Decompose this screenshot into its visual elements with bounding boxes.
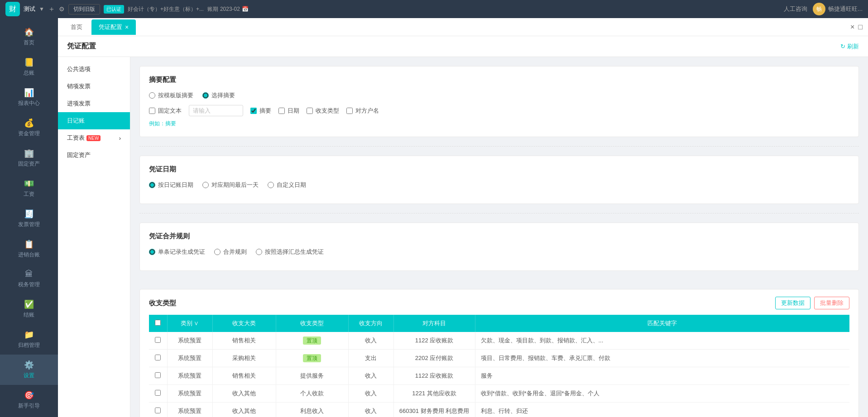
tab-maximize-button[interactable]: □ xyxy=(858,23,863,31)
merge-radio-merge[interactable]: 合并规则 xyxy=(214,248,247,256)
counterparty-checkbox-input[interactable] xyxy=(346,108,353,114)
sidebar-item-home[interactable]: 🏠 首页 xyxy=(0,22,58,52)
tab-close-icon[interactable]: × xyxy=(125,24,129,31)
topbar-add-btn[interactable]: ＋ xyxy=(48,5,55,14)
topbar-dropdown[interactable]: ▼ xyxy=(39,6,44,12)
radio-journal-date-label: 按日记账日期 xyxy=(158,181,193,189)
refresh-button[interactable]: ↻ 刷新 xyxy=(840,43,859,51)
type-checkbox[interactable]: 收支类型 xyxy=(307,107,339,115)
type-checkbox-input[interactable] xyxy=(307,108,313,114)
archive-icon: 📁 xyxy=(24,330,34,340)
switch-version-button[interactable]: 切到旧版 xyxy=(68,4,100,14)
date-checkbox[interactable]: 日期 xyxy=(278,107,299,115)
counterparty-label: 对方户名 xyxy=(355,107,379,115)
date-section: 凭证日期 按日记账日期 对应期间最后一天 自定义日期 xyxy=(139,156,859,204)
left-nav-purchase-invoice[interactable]: 进项发票 xyxy=(58,95,130,112)
summary-radio-template[interactable]: 按模板版摘要 xyxy=(149,91,193,100)
merge-radio-single[interactable]: 单条记录生成凭证 xyxy=(149,248,205,256)
summary-label: 摘要 xyxy=(259,107,271,115)
tab-close-button[interactable]: × xyxy=(850,23,854,31)
ledger-icon: 📒 xyxy=(24,57,34,67)
radio-period-last-label: 对应期间最后一天 xyxy=(211,181,259,189)
tab-current-label: 凭证配置 xyxy=(99,23,122,31)
counterparty-checkbox[interactable]: 对方户名 xyxy=(346,107,379,115)
consult-link[interactable]: 人工咨询 xyxy=(784,5,807,13)
sidebar-item-purchase[interactable]: 📋 进销台账 xyxy=(0,234,58,264)
radio-journal-date-input[interactable] xyxy=(149,182,155,188)
radio-merge-input[interactable] xyxy=(214,249,221,255)
fixed-text-input[interactable] xyxy=(189,105,243,116)
left-nav-sales-invoice[interactable]: 销项发票 xyxy=(58,78,130,95)
sidebar-item-reports[interactable]: 📊 报表中心 xyxy=(0,82,58,113)
type-badge-0[interactable]: 置顶 xyxy=(303,336,321,345)
tab-voucher-config[interactable]: 凭证配置 × xyxy=(91,19,136,35)
fixed-text-checkbox[interactable]: 固定文本 xyxy=(149,107,182,115)
row-direction-2: 收入 xyxy=(348,367,393,385)
sidebar-item-label: 归档管理 xyxy=(18,341,40,349)
update-data-button[interactable]: 更新数据 xyxy=(775,297,810,309)
row-keyword-0: 欠款、现金、项目款、到款、报销款、汇入、... xyxy=(475,332,849,350)
summary-checkbox[interactable]: 摘要 xyxy=(250,107,271,115)
batch-delete-button[interactable]: 批量删除 xyxy=(814,297,849,309)
table-row: 系统预置 销售相关 提供服务 收入 1122 应收账款 服务 xyxy=(149,367,849,385)
sidebar-item-tax[interactable]: 🏛 税务管理 xyxy=(0,264,58,294)
date-radio-period-last[interactable]: 对应期间最后一天 xyxy=(202,181,259,189)
row-keyword-4: 利息、行转、归还 xyxy=(475,403,849,417)
table-header-row: 收支类型 更新数据 批量删除 xyxy=(149,297,849,309)
summary-radio-select[interactable]: 选择摘要 xyxy=(202,91,235,100)
summary-section: 摘要配置 按模板版摘要 选择摘要 xyxy=(139,66,859,137)
table-row: 系统预置 收入其他 利息收入 收入 660301 财务费用 利息费用 利息、行转… xyxy=(149,403,849,417)
radio-select-input[interactable] xyxy=(202,92,209,99)
sidebar-item-member[interactable]: 👑 畅会员 xyxy=(0,415,58,417)
type-badge-1[interactable]: 置顶 xyxy=(303,354,321,362)
tab-home[interactable]: 首页 xyxy=(63,19,90,35)
sidebar-item-label: 进销台账 xyxy=(18,251,40,259)
fixed-text-label: 固定文本 xyxy=(158,107,182,115)
sidebar-item-settle[interactable]: ✅ 结账 xyxy=(0,294,58,324)
radio-period-last-input[interactable] xyxy=(202,182,209,188)
sidebar-item-invoice[interactable]: 🧾 发票管理 xyxy=(0,204,58,234)
sidebar-item-guide[interactable]: 🎯 新手引导 xyxy=(0,385,58,415)
summary-checkbox-row: 固定文本 摘要 日期 收支类型 xyxy=(149,105,849,116)
user-info: 畅 畅捷通旺旺... xyxy=(813,3,863,15)
row-type-3: 个人收款 xyxy=(276,385,348,403)
row-direction-3: 收入 xyxy=(348,385,393,403)
income-expense-section: 收支类型 更新数据 批量删除 类别 ∨ xyxy=(139,289,859,417)
date-section-title: 凭证日期 xyxy=(149,165,849,174)
topbar-gear-icon[interactable]: ⚙ xyxy=(59,5,65,13)
left-nav-payroll[interactable]: 工资表 NEW › xyxy=(58,129,130,147)
row-checkbox-2[interactable] xyxy=(155,372,161,378)
row-checkbox-1[interactable] xyxy=(155,355,161,360)
date-radio-group: 按日记账日期 对应期间最后一天 自定义日期 xyxy=(149,181,849,189)
purchase-icon: 📋 xyxy=(24,239,34,249)
sidebar-item-ledger[interactable]: 📒 总账 xyxy=(0,52,58,82)
salary-icon: 💵 xyxy=(24,179,34,189)
row-keyword-3: 收到*借款、收到*备用金、退回*备用金、个人 xyxy=(475,385,849,403)
date-radio-custom[interactable]: 自定义日期 xyxy=(268,181,306,189)
sidebar-item-salary[interactable]: 💵 工资 xyxy=(0,173,58,204)
summary-checkbox-input[interactable] xyxy=(250,108,257,114)
sidebar-item-funds[interactable]: 💰 资金管理 xyxy=(0,113,58,143)
row-checkbox-0[interactable] xyxy=(155,337,161,343)
guide-icon: 🎯 xyxy=(24,390,34,400)
sidebar-item-settings[interactable]: ⚙️ 设置 xyxy=(0,355,58,385)
row-checkbox-4[interactable] xyxy=(155,408,161,413)
radio-single-input[interactable] xyxy=(149,249,155,255)
select-all-checkbox[interactable] xyxy=(155,320,161,326)
radio-total-input[interactable] xyxy=(256,249,262,255)
row-checkbox-3[interactable] xyxy=(155,390,161,396)
row-checkbox-cell xyxy=(149,350,167,367)
left-nav-fixed-assets[interactable]: 固定资产 xyxy=(58,147,130,164)
radio-template-input[interactable] xyxy=(149,92,155,99)
date-radio-journal[interactable]: 按日记账日期 xyxy=(149,181,193,189)
left-nav-journal[interactable]: 日记账 xyxy=(58,112,130,129)
table-actions: 更新数据 批量删除 xyxy=(775,297,849,309)
sidebar-item-assets[interactable]: 🏢 固定资产 xyxy=(0,143,58,173)
fixed-text-checkbox-input[interactable] xyxy=(149,108,155,114)
sidebar-item-archive[interactable]: 📁 归档管理 xyxy=(0,324,58,355)
left-nav-public[interactable]: 公共选项 xyxy=(58,61,130,78)
radio-custom-input[interactable] xyxy=(268,182,274,188)
date-checkbox-input[interactable] xyxy=(278,108,285,114)
calendar-icon[interactable]: 📅 xyxy=(242,6,249,12)
merge-radio-total[interactable]: 按照选择汇总生成凭证 xyxy=(256,248,324,256)
